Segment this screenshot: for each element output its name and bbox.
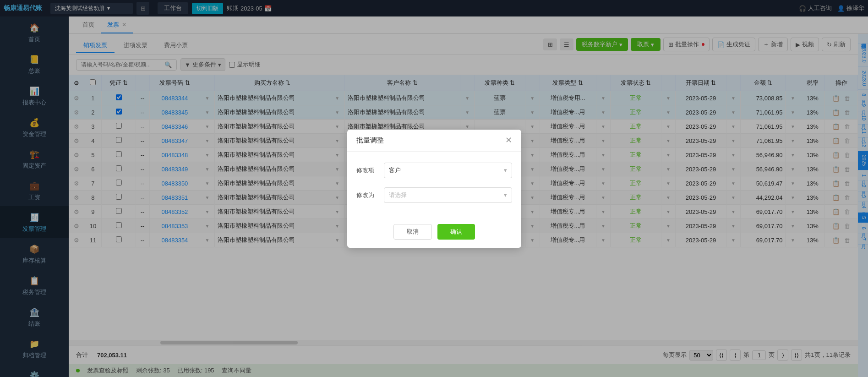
form-row-field: 修改项 客户 ▾ — [356, 163, 512, 178]
modal-header: 批量调整 ✕ — [347, 130, 521, 152]
modal-title: 批量调整 — [356, 136, 384, 145]
confirm-button[interactable]: 确认 — [437, 224, 475, 240]
field-label: 修改项 — [356, 166, 384, 175]
value-select[interactable]: 请选择 ▾ — [384, 187, 512, 203]
field-value: 客户 — [389, 166, 401, 175]
form-row-value: 修改为 请选择 ▾ — [356, 187, 512, 203]
field-dropdown-icon: ▾ — [504, 167, 507, 174]
modal-close-button[interactable]: ✕ — [505, 136, 512, 144]
value-placeholder: 请选择 — [389, 191, 407, 199]
cancel-button[interactable]: 取消 — [393, 224, 432, 240]
value-label: 修改为 — [356, 191, 384, 199]
modal-body: 修改项 客户 ▾ 修改为 请选择 ▾ — [347, 152, 521, 219]
batch-adjust-modal: 批量调整 ✕ 修改项 客户 ▾ 修改为 请选择 ▾ 取消 确认 — [347, 130, 521, 248]
value-dropdown-icon: ▾ — [504, 191, 507, 198]
modal-overlay: 批量调整 ✕ 修改项 客户 ▾ 修改为 请选择 ▾ 取消 确认 — [0, 0, 868, 377]
modal-footer: 取消 确认 — [347, 219, 521, 248]
field-select[interactable]: 客户 ▾ — [384, 163, 512, 178]
